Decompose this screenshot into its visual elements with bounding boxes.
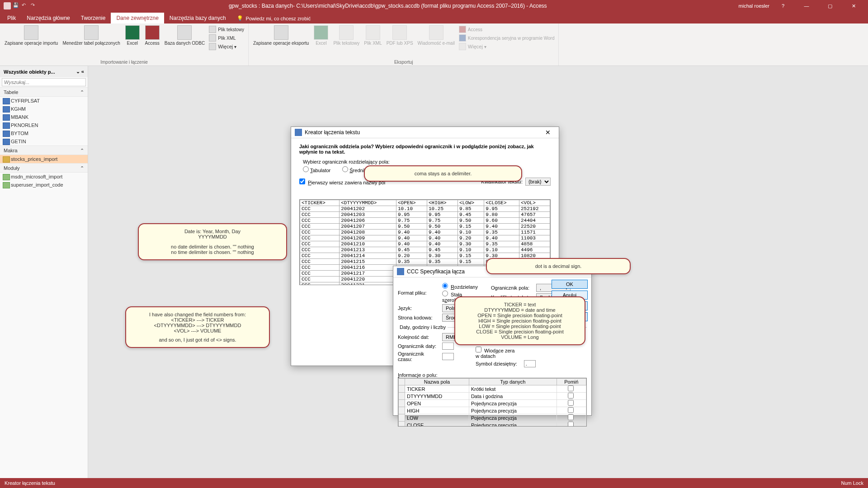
field-row[interactable]: CLOSEPojedyncza precyzja <box>399 422 586 427</box>
saved-exports-label: Zapisane operacje eksportu <box>253 41 309 46</box>
title-bar: 💾 ↶ ↷ gpw_stocks : Baza danych- C:\Users… <box>0 0 868 12</box>
export-email-button[interactable]: Wiadomość e-mail <box>416 24 457 47</box>
ribbon-group-export: Zapisane operacje eksportu Excel Plik te… <box>249 23 559 66</box>
navpane-header[interactable]: Wszystkie obiekty p... ⌄ « <box>0 66 88 77</box>
import-more-button[interactable]: Więcej ▾ <box>208 42 245 51</box>
import-excel-button[interactable]: Excel <box>123 24 142 47</box>
wizard-icon <box>295 129 302 136</box>
section-modules[interactable]: Moduły⌃ <box>0 163 88 173</box>
user-name[interactable]: michal roesler <box>739 3 769 9</box>
tell-me-search[interactable]: 💡 Powiedz mi, co chcesz zrobić <box>231 13 316 23</box>
excel-icon <box>125 25 140 40</box>
module-item[interactable]: superuser_import_code <box>0 181 88 189</box>
format-delimited-radio[interactable]: Rozdzielany <box>442 283 484 290</box>
table-item[interactable]: GETIN <box>0 137 88 145</box>
more-icon <box>459 43 466 50</box>
ribbon: Zapisane operacje importu Menedżer tabel… <box>0 23 868 66</box>
table-item[interactable]: PKNORLEN <box>0 121 88 129</box>
field-row[interactable]: TICKERKrótki tekst <box>399 385 586 393</box>
text-qualifier-select[interactable]: {brak} <box>525 178 551 186</box>
export-word-button[interactable]: Korespondencja seryjna w programie Word <box>458 34 556 42</box>
linked-table-manager-button[interactable]: Menedżer tabel połączonych <box>61 24 122 47</box>
search-input[interactable] <box>2 78 86 86</box>
tab-home[interactable]: Narzędzia główne <box>21 13 75 23</box>
export-email-label: Wiadomość e-mail <box>418 41 455 46</box>
saved-exports-button[interactable]: Zapisane operacje eksportu <box>251 24 311 47</box>
navigation-pane: Wszystkie obiekty p... ⌄ « Tabele⌃ CYFRP… <box>0 66 88 478</box>
window-title: gpw_stocks : Baza danych- C:\Users\micha… <box>42 3 734 9</box>
time-delim-input[interactable] <box>442 353 454 360</box>
wizard-close-button[interactable]: ✕ <box>541 129 555 136</box>
field-row[interactable]: LOWPojedyncza precyzja <box>399 414 586 422</box>
save-icon[interactable]: 💾 <box>13 2 20 9</box>
linked-table-icon <box>84 25 99 40</box>
wizard-title: Kreator łączenia tekstu <box>305 129 538 136</box>
field-delim-label: Ogranicznik pola: <box>491 285 533 291</box>
word-icon <box>459 34 466 42</box>
module-item[interactable]: msdn_microsoft_import <box>0 173 88 181</box>
export-excel-button[interactable]: Excel <box>311 24 330 47</box>
linked-table-label: Menedżer tabel połączonych <box>62 41 120 46</box>
delim-semicolon-radio[interactable]: Średnik <box>342 166 366 173</box>
date-delim-input[interactable] <box>442 343 454 350</box>
export-more-button[interactable]: Więcej ▾ <box>458 42 556 51</box>
redo-icon[interactable]: ↷ <box>31 2 38 9</box>
close-icon[interactable]: ✕ <box>844 0 863 12</box>
text-file-icon <box>339 25 354 40</box>
delim-tab-radio[interactable]: Tabulator <box>303 166 330 173</box>
table-item[interactable]: CYFRPLSAT <box>0 97 88 105</box>
import-group-label: Importowanie i łączenie <box>3 59 245 66</box>
tab-external-data[interactable]: Dane zewnętrzne <box>111 13 164 23</box>
col-fieldname: Nazwa pola <box>405 379 469 385</box>
quick-access-toolbar: 💾 ↶ ↷ <box>0 2 42 9</box>
time-delim-label: Ogranicznik czasu: <box>398 351 439 362</box>
callout-coma: coma stays as a delimiter. <box>364 165 522 182</box>
import-xml-button[interactable]: Plik XML <box>208 34 245 42</box>
field-info-label: Informacje o polu: <box>398 372 587 378</box>
import-excel-label: Excel <box>127 41 137 46</box>
undo-icon[interactable]: ↶ <box>22 2 29 9</box>
status-right: Num Lock <box>841 480 863 486</box>
maximize-icon[interactable]: ▢ <box>820 0 840 12</box>
pdf-icon <box>392 25 407 40</box>
col-skip: Pomiń <box>557 379 586 385</box>
export-text-button[interactable]: Plik tekstowy <box>331 24 361 47</box>
codepage-label: Strona kodowa: <box>398 315 439 320</box>
export-access-button[interactable]: Access <box>458 25 556 33</box>
field-row[interactable]: HIGHPojedyncza precyzja <box>399 407 586 414</box>
help-icon[interactable]: ? <box>773 0 793 12</box>
leading-zeros-checkbox[interactable]: Wiodące zera w datach <box>476 347 517 359</box>
import-text-button[interactable]: Plik tekstowy <box>208 25 245 33</box>
field-row[interactable]: DTYYYYMMDDData i godzina <box>399 393 586 400</box>
navpane-title: Wszystkie obiekty p... <box>4 69 55 75</box>
export-pdf-button[interactable]: PDF lub XPS <box>385 24 415 47</box>
callout-types: TICKER = text DTYYYYMMDD = date and time… <box>454 296 585 345</box>
tab-create[interactable]: Tworzenie <box>75 13 111 23</box>
decimal-input[interactable] <box>524 360 536 367</box>
import-odbc-button[interactable]: Baza danych ODBC <box>163 24 207 47</box>
table-item[interactable]: KGHM <box>0 105 88 113</box>
callout-date: Date is: Year, Month, Day YYYYMMDD no da… <box>138 223 287 260</box>
saved-imports-button[interactable]: Zapisane operacje importu <box>3 24 60 47</box>
field-row[interactable]: OPENPojedyncza precyzja <box>399 400 586 407</box>
table-item[interactable]: MBANK <box>0 113 88 121</box>
ok-button[interactable]: OK <box>552 280 588 289</box>
tab-dbtools[interactable]: Narzędzia bazy danych <box>164 13 231 23</box>
export-xml-label: Plik XML <box>364 41 382 46</box>
import-access-label: Access <box>145 41 160 46</box>
format-label: Format pliku: <box>398 290 439 296</box>
date-delim-label: Ogranicznik daty: <box>398 343 439 349</box>
email-icon <box>429 25 443 40</box>
section-tables[interactable]: Tabele⌃ <box>0 87 88 97</box>
minimize-icon[interactable]: — <box>797 0 816 12</box>
section-macros[interactable]: Makra⌃ <box>0 145 88 155</box>
export-xml-button[interactable]: Plik XML <box>362 24 383 47</box>
macro-item[interactable]: stocks_prices_import <box>0 155 88 163</box>
import-access-button[interactable]: Access <box>143 24 162 47</box>
chevron-down-icon[interactable]: ⌄ « <box>76 69 84 75</box>
date-order-label: Kolejność dat: <box>398 334 439 340</box>
tab-file[interactable]: Plik <box>2 13 21 23</box>
odbc-icon <box>177 25 192 40</box>
field-info-grid[interactable]: Nazwa polaTyp danychPomiń TICKERKrótki t… <box>398 378 587 427</box>
table-item[interactable]: BYTOM <box>0 129 88 137</box>
